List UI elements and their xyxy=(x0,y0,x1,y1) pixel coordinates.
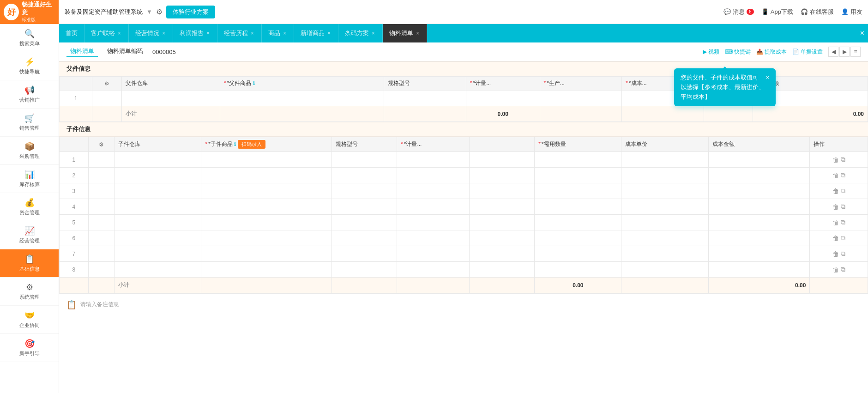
child-row-4-product[interactable] xyxy=(201,199,332,215)
nav-tab-close-4[interactable]: × xyxy=(250,30,255,36)
child-row-8-copy-icon[interactable]: ⧉ xyxy=(841,266,845,273)
child-row-1-unit-price[interactable] xyxy=(621,152,708,168)
parent-row-1-prod[interactable] xyxy=(540,91,622,106)
child-row-3-unit-price[interactable] xyxy=(621,183,708,199)
child-row-8-delete-icon[interactable]: 🗑 xyxy=(832,266,839,273)
nav-tab-close-8[interactable]: × xyxy=(415,30,420,36)
child-row-1-qty[interactable] xyxy=(535,152,621,168)
child-row-1-warehouse[interactable] xyxy=(115,152,201,168)
child-row-4-amount[interactable] xyxy=(708,199,810,215)
child-row-4-copy-icon[interactable]: ⧉ xyxy=(841,203,845,211)
parent-col-gear[interactable]: ⚙ xyxy=(92,77,122,91)
nav-tab-8[interactable]: 物料清单× xyxy=(383,24,427,42)
child-row-5-product[interactable] xyxy=(201,215,332,230)
child-row-5-delete-icon[interactable]: 🗑 xyxy=(832,219,839,226)
child-row-6-unit-price[interactable] xyxy=(621,230,708,246)
child-row-1-amount[interactable] xyxy=(708,152,810,168)
sidebar-item-基础信息[interactable]: 📋基础信息 xyxy=(0,249,59,278)
sidebar-item-采购管理[interactable]: 📦采购管理 xyxy=(0,137,59,165)
nav-tab-close-5[interactable]: × xyxy=(282,30,287,36)
sidebar-item-库存核算[interactable]: 📊库存核算 xyxy=(0,165,59,193)
nav-tab-close-6[interactable]: × xyxy=(326,30,332,36)
child-row-7-unit[interactable] xyxy=(397,246,470,262)
nav-tab-5[interactable]: 商品× xyxy=(262,24,294,42)
child-row-5-copy-icon[interactable]: ⧉ xyxy=(841,218,845,226)
shortcut-button[interactable]: ⌨ 快捷键 xyxy=(725,48,751,56)
child-row-6-amount[interactable] xyxy=(708,230,810,246)
sub-tab-material-list[interactable]: 物料清单 xyxy=(66,46,98,57)
sidebar-item-经营管理[interactable]: 📈经营管理 xyxy=(0,221,59,249)
child-row-2-unit[interactable] xyxy=(397,168,470,183)
app-download-button[interactable]: 📱 App下载 xyxy=(761,8,793,16)
child-row-5-unit-price[interactable] xyxy=(621,215,708,230)
sidebar-item-资金管理[interactable]: 💰资金管理 xyxy=(0,193,59,221)
menu-btn[interactable]: ≡ xyxy=(850,47,861,57)
parent-row-1-product[interactable] xyxy=(220,91,384,106)
child-row-2-spec[interactable] xyxy=(332,168,397,183)
child-row-4-warehouse[interactable] xyxy=(115,199,201,215)
child-row-4-spec[interactable] xyxy=(332,199,397,215)
settings-button[interactable]: ⚙ xyxy=(156,7,163,16)
child-row-5-amount[interactable] xyxy=(708,215,810,230)
child-row-6-copy-icon[interactable]: ⧉ xyxy=(841,234,845,242)
child-row-5-unit[interactable] xyxy=(397,215,470,230)
parent-row-1-unit[interactable] xyxy=(466,91,540,106)
experience-button[interactable]: 体验行业方案 xyxy=(166,6,215,18)
child-row-2-qty[interactable] xyxy=(535,168,621,183)
child-row-3-qty[interactable] xyxy=(535,183,621,199)
extract-cost-button[interactable]: 📤 提取成本 xyxy=(756,48,787,56)
child-row-7-qty[interactable] xyxy=(535,246,621,262)
child-row-6-qty[interactable] xyxy=(535,230,621,246)
next-arrow[interactable]: ▶ xyxy=(839,47,850,57)
message-button[interactable]: 💬 消息 6 xyxy=(723,8,754,16)
child-row-7-amount[interactable] xyxy=(708,246,810,262)
sidebar-item-营销推广[interactable]: 📢营销推广 xyxy=(0,80,59,109)
tooltip-close-button[interactable]: × xyxy=(766,73,769,83)
child-row-7-delete-icon[interactable]: 🗑 xyxy=(832,250,839,258)
child-row-8-spec[interactable] xyxy=(332,262,397,278)
child-row-2-warehouse[interactable] xyxy=(115,168,201,183)
child-row-4-qty[interactable] xyxy=(535,199,621,215)
child-row-3-unit[interactable] xyxy=(397,183,470,199)
video-button[interactable]: ▶ 视频 xyxy=(703,48,719,56)
nav-tab-3[interactable]: 利润报告× xyxy=(173,24,217,42)
nav-tab-close-3[interactable]: × xyxy=(205,30,211,36)
child-row-5-qty[interactable] xyxy=(535,215,621,230)
child-row-8-unit-price[interactable] xyxy=(621,262,708,278)
parent-row-1-warehouse[interactable] xyxy=(121,91,220,106)
nav-tab-0[interactable]: 首页 xyxy=(59,24,84,42)
child-row-7-product[interactable] xyxy=(201,246,332,262)
child-row-2-delete-icon[interactable]: 🗑 xyxy=(832,172,839,179)
child-row-8-qty[interactable] xyxy=(535,262,621,278)
nav-tab-7[interactable]: 条码方案× xyxy=(338,24,383,42)
sidebar-item-新手引导[interactable]: 🎯新手引导 xyxy=(0,334,59,362)
child-row-8-warehouse[interactable] xyxy=(115,262,201,278)
parent-row-1-spec[interactable] xyxy=(384,91,466,106)
user-button[interactable]: 👤 用友 xyxy=(841,8,862,16)
child-row-6-delete-icon[interactable]: 🗑 xyxy=(832,235,839,242)
child-row-1-unit[interactable] xyxy=(397,152,470,168)
child-row-8-product[interactable] xyxy=(201,262,332,278)
sidebar-item-快捷导航[interactable]: ⚡快捷导航 xyxy=(0,52,59,80)
child-row-7-spec[interactable] xyxy=(332,246,397,262)
sub-tab-doc-number[interactable]: 物料清单编码 xyxy=(103,46,147,57)
nav-tab-2[interactable]: 经营情况× xyxy=(129,24,173,42)
child-row-5-spec[interactable] xyxy=(332,215,397,230)
dropdown-arrow[interactable]: ▼ xyxy=(146,8,152,15)
child-row-1-delete-icon[interactable]: 🗑 xyxy=(832,156,839,163)
prev-arrow[interactable]: ◀ xyxy=(828,47,838,57)
close-all-tabs[interactable]: × xyxy=(856,29,868,37)
child-row-7-unit-price[interactable] xyxy=(621,246,708,262)
child-row-1-spec[interactable] xyxy=(332,152,397,168)
child-row-6-product[interactable] xyxy=(201,230,332,246)
nav-tab-close-2[interactable]: × xyxy=(161,30,166,36)
nav-tab-6[interactable]: 新增商品× xyxy=(294,24,338,42)
child-row-3-product[interactable] xyxy=(201,183,332,199)
child-row-3-copy-icon[interactable]: ⧉ xyxy=(841,187,845,195)
child-row-8-amount[interactable] xyxy=(708,262,810,278)
child-row-6-unit[interactable] xyxy=(397,230,470,246)
sidebar-item-企业协同[interactable]: 🤝企业协同 xyxy=(0,306,59,334)
doc-settings-button[interactable]: 📄 单据设置 xyxy=(792,48,823,56)
child-row-8-unit[interactable] xyxy=(397,262,470,278)
child-row-3-spec[interactable] xyxy=(332,183,397,199)
